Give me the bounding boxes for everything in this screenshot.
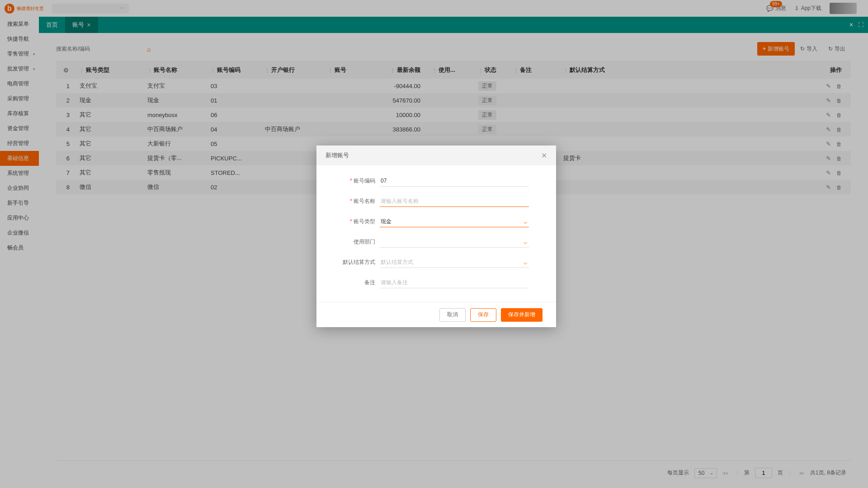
select-account-type[interactable]: [380, 216, 529, 227]
select-default-payment[interactable]: [380, 257, 529, 268]
label-default-payment: 默认结算方式: [335, 258, 380, 266]
input-account-code[interactable]: [380, 175, 529, 187]
label-account-code: 账号编码: [335, 177, 380, 185]
save-and-add-button[interactable]: 保存并新增: [501, 308, 542, 322]
cancel-button[interactable]: 取消: [439, 308, 466, 322]
label-remark: 备注: [335, 279, 380, 286]
input-remark[interactable]: [380, 277, 529, 288]
save-button[interactable]: 保存: [470, 308, 496, 322]
modal-header: 新增账号: [316, 145, 556, 165]
label-department: 使用部门: [335, 238, 380, 246]
select-department[interactable]: [380, 236, 529, 248]
input-account-name[interactable]: [380, 196, 529, 207]
label-account-name: 账号名称: [335, 197, 380, 205]
modal-title: 新增账号: [326, 151, 349, 160]
modal-close-icon[interactable]: [541, 151, 547, 160]
label-account-type: 账号类型: [335, 218, 380, 225]
add-account-modal: 新增账号 账号编码 账号名称 账号类型 使用部门 默认结算方式 备注 取消: [316, 145, 556, 327]
